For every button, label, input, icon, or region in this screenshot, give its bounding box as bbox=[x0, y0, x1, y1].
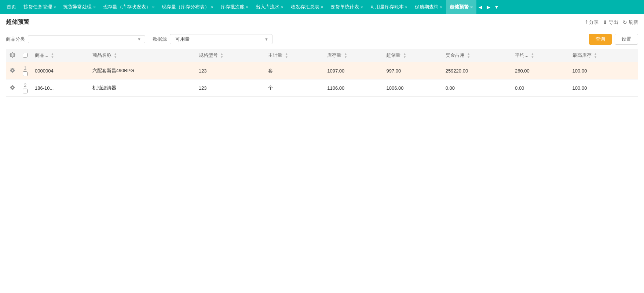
refresh-icon: ↻ bbox=[623, 19, 627, 25]
nav-close-task[interactable]: × bbox=[54, 5, 56, 9]
col-stock-header[interactable]: 库存量 ▲ ▼ bbox=[323, 49, 383, 62]
nav-item-task[interactable]: 拣货任务管理 × bbox=[20, 0, 59, 14]
row-checkbox-1[interactable] bbox=[23, 89, 28, 93]
header-actions: ⤴ 分享 ⬇ 导出 ↻ 刷新 bbox=[585, 19, 638, 26]
row-num-1: 2 bbox=[19, 79, 31, 97]
sort-stock-icon: ▲ ▼ bbox=[344, 52, 347, 59]
sort-overstock-icon: ▲ ▼ bbox=[403, 52, 406, 59]
datasource-filter: 数据源 可用量 ▼ bbox=[153, 34, 272, 44]
nav-close-expiry[interactable]: × bbox=[440, 5, 442, 9]
nav-item-summary[interactable]: 收发存汇总表 × bbox=[287, 0, 327, 14]
row-spec-1: 123 bbox=[195, 79, 264, 97]
category-dropdown-icon: ▼ bbox=[137, 37, 141, 41]
nav-item-expiry[interactable]: 保质期查询 × bbox=[411, 0, 446, 14]
row-overstock-1: 1006.00 bbox=[383, 79, 442, 97]
row-avg-0: 260.00 bbox=[511, 62, 569, 79]
export-icon: ⬇ bbox=[603, 19, 607, 25]
nav-item-inout[interactable]: 出入库流水 × bbox=[252, 0, 287, 14]
row-avg-1: 0.00 bbox=[511, 79, 569, 97]
row-code-0: 0000004 bbox=[31, 62, 89, 79]
top-nav: 首页 拣货任务管理 × 拣货异常处理 × 现存量（库存状况表） × 现存量（库存… bbox=[0, 0, 644, 14]
col-checkbox-header[interactable] bbox=[19, 49, 31, 62]
row-gear-0[interactable] bbox=[6, 62, 19, 79]
table-row: 1 0000004 六配套新昌490BPG 123 套 1097.00 997.… bbox=[6, 62, 638, 79]
nav-close-overstock[interactable]: × bbox=[470, 5, 472, 9]
export-button[interactable]: ⬇ 导出 bbox=[603, 19, 618, 26]
row-spec-0: 123 bbox=[195, 62, 264, 79]
col-maxstock-header[interactable]: 最高库存 ▲ ▼ bbox=[569, 49, 638, 62]
datasource-value: 可用量 bbox=[175, 36, 190, 42]
select-all-checkbox[interactable] bbox=[23, 53, 28, 58]
row-stock-0: 1097.00 bbox=[323, 62, 383, 79]
col-overstock-header[interactable]: 超储量 ▲ ▼ bbox=[383, 49, 442, 62]
sort-maxstock-icon: ▲ ▼ bbox=[594, 52, 597, 59]
nav-item-batch[interactable]: 库存批次账 × bbox=[217, 0, 252, 14]
row-num-0: 1 bbox=[19, 62, 31, 79]
sort-unit-icon: ▲ ▼ bbox=[285, 52, 288, 59]
col-avg-header[interactable]: 平均... ▲ ▼ bbox=[511, 49, 569, 62]
col-gear[interactable] bbox=[6, 49, 19, 62]
nav-close-batch[interactable]: × bbox=[246, 5, 248, 9]
datasource-label: 数据源 bbox=[153, 36, 167, 42]
share-icon: ⤴ bbox=[585, 19, 588, 25]
settings-icon bbox=[10, 52, 15, 58]
sort-name-icon: ▲ ▼ bbox=[114, 52, 117, 59]
datasource-select[interactable]: 可用量 ▼ bbox=[170, 34, 272, 44]
nav-prev-arrow[interactable]: ◀ bbox=[476, 0, 484, 14]
page-container: 超储预警 ⤴ 分享 ⬇ 导出 ↻ 刷新 商品分类 ▼ 数据源 bbox=[0, 14, 644, 293]
nav-item-home[interactable]: 首页 bbox=[3, 0, 20, 14]
nav-item-abnormal[interactable]: 拣货异常处理 × bbox=[59, 0, 99, 14]
category-label: 商品分类 bbox=[6, 36, 25, 42]
nav-close-order-stats[interactable]: × bbox=[361, 5, 363, 9]
row-maxstock-0: 100.00 bbox=[569, 62, 638, 79]
nav-more-arrow[interactable]: ▼ bbox=[493, 0, 501, 14]
row-gear-1[interactable] bbox=[6, 79, 19, 97]
sort-code-icon: ▲ ▼ bbox=[51, 52, 54, 59]
nav-close-stock-dist[interactable]: × bbox=[211, 5, 213, 9]
row-maxstock-1: 100.00 bbox=[569, 79, 638, 97]
col-unit-header[interactable]: 主计量 ▲ ▼ bbox=[264, 49, 323, 62]
table-row: 2 186-10... 机油滤清器 123 个 1106.00 1006.00 … bbox=[6, 79, 638, 97]
row-capital-0: 259220.00 bbox=[442, 62, 511, 79]
datasource-dropdown-icon: ▼ bbox=[264, 37, 268, 41]
page-title: 超储预警 bbox=[6, 18, 29, 26]
category-select[interactable]: ▼ bbox=[28, 35, 145, 43]
row-overstock-0: 997.00 bbox=[383, 62, 442, 79]
data-table: 商品... ▲ ▼ 商品名称 ▲ ▼ 规格型号 bbox=[6, 49, 638, 97]
row-code-1: 186-10... bbox=[31, 79, 89, 97]
nav-close-inout[interactable]: × bbox=[281, 5, 283, 9]
nav-close-abnormal[interactable]: × bbox=[93, 5, 95, 9]
row-unit-0: 套 bbox=[264, 62, 323, 79]
sort-capital-icon: ▲ ▼ bbox=[467, 52, 470, 59]
nav-item-stock-dist[interactable]: 现存量（库存分布表） × bbox=[158, 0, 217, 14]
nav-item-stock-status[interactable]: 现存量（库存状况表） × bbox=[99, 0, 158, 14]
row-gear-icon-0 bbox=[10, 68, 15, 73]
row-stock-1: 1106.00 bbox=[323, 79, 383, 97]
col-code-header[interactable]: 商品... ▲ ▼ bbox=[31, 49, 89, 62]
col-spec-header[interactable]: 规格型号 ▲ ▼ bbox=[195, 49, 264, 62]
nav-close-summary[interactable]: × bbox=[321, 5, 323, 9]
share-button[interactable]: ⤴ 分享 bbox=[585, 19, 599, 26]
refresh-button[interactable]: ↻ 刷新 bbox=[623, 19, 638, 26]
settings-button[interactable]: 设置 bbox=[615, 34, 638, 45]
table-body: 1 0000004 六配套新昌490BPG 123 套 1097.00 997.… bbox=[6, 62, 638, 97]
filter-area: 商品分类 ▼ 数据源 可用量 ▼ 查询 设置 bbox=[0, 29, 644, 49]
query-button[interactable]: 查询 bbox=[589, 34, 612, 45]
nav-close-available[interactable]: × bbox=[405, 5, 407, 9]
nav-next-arrow[interactable]: ▶ bbox=[484, 0, 493, 14]
nav-item-order-stats[interactable]: 要货单统计表 × bbox=[327, 0, 366, 14]
filter-actions: 查询 设置 bbox=[589, 34, 638, 45]
row-gear-icon-1 bbox=[10, 85, 15, 90]
col-name-header[interactable]: 商品名称 ▲ ▼ bbox=[89, 49, 195, 62]
row-name-0: 六配套新昌490BPG bbox=[89, 62, 195, 79]
category-filter: 商品分类 ▼ bbox=[6, 35, 145, 43]
row-checkbox-0[interactable] bbox=[23, 71, 28, 76]
col-capital-header[interactable]: 资金占用 ▲ ▼ bbox=[442, 49, 511, 62]
nav-item-overstock[interactable]: 超储预警 × bbox=[446, 0, 476, 14]
nav-item-available[interactable]: 可用量库存账本 × bbox=[367, 0, 411, 14]
row-unit-1: 个 bbox=[264, 79, 323, 97]
page-header: 超储预警 ⤴ 分享 ⬇ 导出 ↻ 刷新 bbox=[0, 14, 644, 29]
nav-close-stock-status[interactable]: × bbox=[152, 5, 154, 9]
row-name-1: 机油滤清器 bbox=[89, 79, 195, 97]
table-header-row: 商品... ▲ ▼ 商品名称 ▲ ▼ 规格型号 bbox=[6, 49, 638, 62]
